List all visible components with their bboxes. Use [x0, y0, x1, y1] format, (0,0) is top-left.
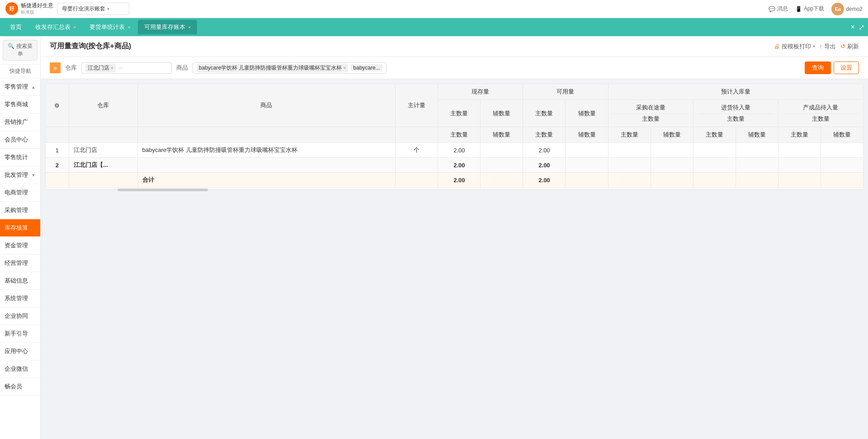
- tab-shoufachu[interactable]: 收发存汇总表 ×: [29, 20, 82, 34]
- close-all-tabs-button[interactable]: ×: [851, 23, 855, 31]
- th-sub-inc-main: 主数量: [693, 127, 736, 143]
- settings-icon[interactable]: ⚙: [54, 102, 60, 109]
- tf-empty8: [693, 173, 736, 188]
- sidebar-item-enterprise[interactable]: 企业协同: [0, 307, 40, 325]
- th-sub-pur-main: 主数量: [608, 127, 651, 143]
- print-button[interactable]: 🖨 按模板打印 ▾: [774, 42, 815, 51]
- scrollbar-thumb[interactable]: [118, 189, 208, 191]
- th-sub-prod-aux: 辅数量: [821, 127, 863, 143]
- table-container: ⚙ 仓库 商品 主计量 现存量: [45, 84, 863, 191]
- sidebar: 🔍 搜索菜单 快捷导航 零售管理 ▲ 零售商城 营销推广 会员中心 零售统计 批…: [0, 36, 41, 439]
- sidebar-item-inventory-label: 库存核算: [5, 224, 28, 232]
- export-label: 导出: [824, 42, 836, 51]
- search-menu-button[interactable]: 🔍 搜索菜单: [3, 40, 38, 61]
- th-produced-group: 产成品待入量 主数量: [778, 100, 863, 127]
- logo-text: 畅捷通好生意: [21, 2, 53, 9]
- td-avail-main: 2.00: [523, 143, 566, 158]
- top-bar-right: 💬 消息 📱 App下载 Ea demo2: [769, 3, 863, 15]
- app-download-button[interactable]: 📱 App下载: [795, 5, 824, 13]
- sidebar-item-ecommerce[interactable]: 电商管理: [0, 184, 40, 202]
- sidebar-item-base-info-label: 基础信息: [5, 277, 28, 285]
- page-actions: 🖨 按模板打印 ▾ ↑ 导出 ↺ 刷新: [774, 42, 859, 51]
- sidebar-item-enterprise-label: 企业协同: [5, 312, 28, 320]
- tab-keyongliang-label: 可用量库存账本: [144, 23, 185, 31]
- horizontal-scrollbar[interactable]: [45, 189, 863, 191]
- chevron-down-icon: ▾: [107, 6, 109, 11]
- logo-text-area: 畅捷通好生意 标准版: [21, 2, 53, 15]
- query-button[interactable]: 查询: [805, 61, 831, 74]
- export-button[interactable]: ↑ 导出: [820, 42, 836, 51]
- product-filter-label: 商品: [176, 64, 188, 72]
- sidebar-item-purchase[interactable]: 采购管理: [0, 202, 40, 219]
- td-stock-main: 2.00: [438, 143, 481, 158]
- store-selector[interactable]: 母婴行业演示账套 ▾: [57, 3, 129, 15]
- store-name: 母婴行业演示账套: [62, 5, 105, 13]
- data-table: ⚙ 仓库 商品 主计量 现存量: [45, 84, 863, 188]
- sidebar-item-ecommerce-label: 电商管理: [5, 189, 28, 197]
- sidebar-item-wechat[interactable]: 企业微信: [0, 360, 40, 378]
- td-sub-inc-main: [693, 158, 736, 173]
- th-settings[interactable]: ⚙: [46, 84, 69, 127]
- sidebar-item-app-center[interactable]: 应用中心: [0, 343, 40, 360]
- th-incoming-group: 进货待入量 主数量: [693, 100, 778, 127]
- sidebar-item-member-center[interactable]: 会员中心: [0, 131, 40, 149]
- sidebar-item-new-guide[interactable]: 新手引导: [0, 325, 40, 343]
- th-sub-prod-main: 主数量: [778, 127, 821, 143]
- sidebar-item-member[interactable]: 畅会员: [0, 378, 40, 396]
- sidebar-item-marketing[interactable]: 营销推广: [0, 113, 40, 131]
- sidebar-item-retail-mgmt[interactable]: 零售管理 ▲: [0, 78, 40, 96]
- td-sub-prod-main: [778, 158, 821, 173]
- product-tag: babycare学饮杯 儿童防摔防撞吸管杯重力球吸嘴杯宝宝水杯 ×: [197, 64, 349, 72]
- td-sub-avail-aux: [566, 158, 608, 173]
- sidebar-search-area: 🔍 搜索菜单: [0, 36, 40, 65]
- refresh-label: 刷新: [847, 42, 859, 51]
- quick-nav-button[interactable]: 快捷导航: [0, 65, 40, 78]
- th-purchase-group: 采购在途量 主数量: [608, 100, 693, 127]
- warehouse-filter-input[interactable]: 江北门店 × ···: [81, 62, 172, 74]
- tf-empty3: [396, 173, 438, 188]
- sidebar-item-sys-mgmt-label: 系统管理: [5, 294, 28, 302]
- sidebar-item-finance[interactable]: 资金管理: [0, 237, 40, 255]
- user-area[interactable]: Ea demo2: [831, 3, 863, 15]
- print-chevron-icon: ▾: [813, 44, 815, 49]
- nav-tabs-right: × ⤢: [851, 23, 864, 32]
- message-button[interactable]: 💬 消息: [769, 5, 788, 13]
- tab-home[interactable]: 首页: [4, 20, 28, 34]
- td-warehouse: 江北门店: [69, 143, 137, 158]
- sidebar-item-base-info[interactable]: 基础信息: [0, 272, 40, 290]
- refresh-button[interactable]: ↺ 刷新: [840, 42, 859, 51]
- top-bar-left: 好 畅捷通好生意 标准版 母婴行业演示账套 ▾: [5, 2, 129, 15]
- product-tag-more: babycare...: [351, 64, 382, 71]
- tab-keyongliang-close[interactable]: ×: [188, 24, 191, 30]
- sidebar-item-wholesale-mgmt[interactable]: 批发管理 ▼: [0, 166, 40, 184]
- sidebar-item-member-center-label: 会员中心: [5, 136, 28, 144]
- td-pur-aux: [651, 143, 693, 158]
- tf-empty1: [46, 173, 69, 188]
- sidebar-item-business[interactable]: 经营管理: [0, 255, 40, 272]
- expand-icon[interactable]: ⤢: [859, 23, 864, 32]
- sidebar-item-retail-mall[interactable]: 零售商城: [0, 96, 40, 113]
- sidebar-item-inventory[interactable]: 库存核算: [0, 219, 40, 237]
- product-tag-value: babycare学饮杯 儿童防摔防撞吸管杯重力球吸嘴杯宝宝水杯: [199, 64, 342, 72]
- tab-yaohuo[interactable]: 要货单统计表 ×: [83, 20, 137, 34]
- sidebar-item-wholesale-mgmt-label: 批发管理: [5, 171, 28, 179]
- td-sub-pur-main: [608, 158, 651, 173]
- td-sub-product: [137, 158, 396, 173]
- tab-home-label: 首页: [10, 23, 22, 31]
- settings-button[interactable]: 设置: [834, 61, 859, 74]
- sidebar-item-retail-mgmt-label: 零售管理: [5, 83, 28, 91]
- filter-expand-button[interactable]: »: [50, 62, 61, 73]
- tab-yaohuo-close[interactable]: ×: [127, 24, 130, 30]
- sidebar-item-sys-mgmt[interactable]: 系统管理: [0, 290, 40, 307]
- sidebar-item-retail-stats-label: 零售统计: [5, 153, 28, 161]
- th-warehouse: 仓库: [69, 84, 137, 127]
- tf-avail-main-total: 2.00: [523, 173, 566, 188]
- sidebar-item-retail-stats[interactable]: 零售统计: [0, 149, 40, 166]
- warehouse-tag-close[interactable]: ×: [111, 66, 113, 71]
- product-filter-input[interactable]: babycare学饮杯 儿童防摔防撞吸管杯重力球吸嘴杯宝宝水杯 × babyca…: [193, 62, 387, 74]
- tab-keyongliang[interactable]: 可用量库存账本 ×: [138, 20, 197, 34]
- product-tag-close[interactable]: ×: [344, 66, 346, 71]
- tab-shoufachu-close[interactable]: ×: [73, 24, 76, 30]
- tf-empty6: [608, 173, 651, 188]
- tf-empty2: [69, 173, 137, 188]
